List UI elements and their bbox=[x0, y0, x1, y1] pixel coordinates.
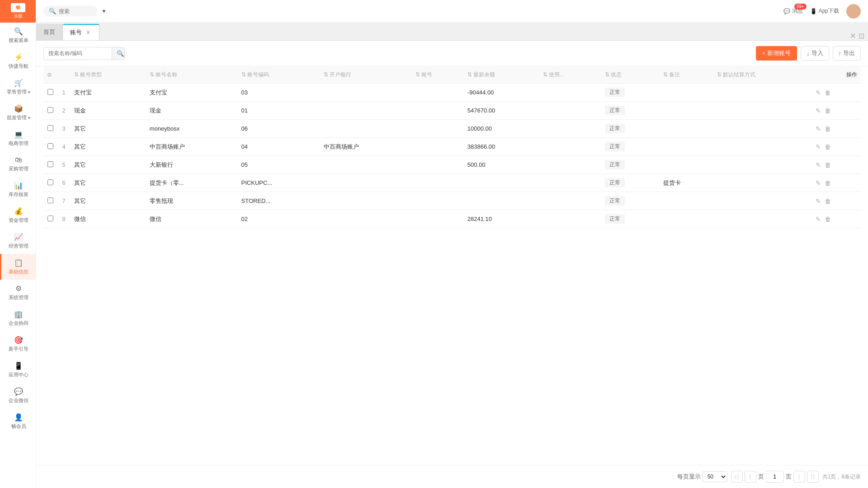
sidebar-item-system[interactable]: ⚙ 系统管理 bbox=[0, 280, 36, 305]
topbar-dropdown[interactable]: ▼ bbox=[101, 8, 107, 14]
status-badge: 正常 bbox=[605, 124, 625, 133]
page-size-select[interactable]: 50 100 200 bbox=[703, 471, 727, 482]
table-row: 3其它moneybosx0610000.00正常 ✎ 🗑 bbox=[43, 120, 861, 138]
import-button[interactable]: ↓ 导入 bbox=[801, 46, 829, 61]
sidebar-item-quick-nav[interactable]: ⚡ 快捷导航 bbox=[0, 48, 36, 74]
row-checkbox[interactable] bbox=[47, 125, 53, 131]
topbar-search-input[interactable] bbox=[59, 8, 90, 14]
cell-status: 正常 bbox=[601, 210, 660, 228]
sidebar-item-wholesale[interactable]: 📦 批发管理 ▾ bbox=[0, 100, 36, 126]
topbar-search-box[interactable]: 🔍 bbox=[43, 6, 98, 16]
sidebar-item-basic-info[interactable]: 📋 基础信息 bbox=[0, 254, 36, 280]
close-window-icon[interactable]: ✕ bbox=[850, 32, 856, 40]
delete-icon[interactable]: 🗑 bbox=[825, 179, 831, 187]
row-checkbox[interactable] bbox=[47, 107, 53, 113]
delete-icon[interactable]: 🗑 bbox=[825, 216, 831, 223]
delete-icon[interactable]: 🗑 bbox=[825, 197, 831, 205]
edit-icon[interactable]: ✎ bbox=[816, 216, 821, 223]
edit-icon[interactable]: ✎ bbox=[816, 197, 821, 205]
page-size-control: 每页显示 50 100 200 bbox=[677, 471, 727, 482]
col-header-status[interactable]: ⇅ 状态 bbox=[601, 66, 660, 84]
edit-icon[interactable]: ✎ bbox=[816, 161, 821, 169]
last-page-button[interactable]: ⟩⟩ bbox=[807, 471, 819, 483]
cell-code: 05 bbox=[238, 156, 321, 174]
col-header-usage[interactable]: ⇅ 使用... bbox=[539, 66, 601, 84]
col-header-type[interactable]: ⇅ 账号类型 bbox=[71, 66, 146, 84]
sidebar-item-inventory[interactable]: 📊 库存核算 bbox=[0, 177, 36, 202]
messages-button[interactable]: 💬 消息 99+ bbox=[783, 7, 803, 15]
maximize-window-icon[interactable]: ⊡ bbox=[859, 32, 864, 40]
row-checkbox[interactable] bbox=[47, 143, 53, 149]
delete-icon[interactable]: 🗑 bbox=[825, 89, 831, 96]
tab-account[interactable]: 账号✕ bbox=[63, 24, 99, 40]
tab-close-account[interactable]: ✕ bbox=[85, 29, 92, 36]
sidebar: 畅 乐版 🔍 搜索菜单 ⚡ 快捷导航 🛒 零售管理 ▾ 📦 批发管理 ▾ 💻 电… bbox=[0, 0, 36, 488]
col-header-code[interactable]: ⇅ 账号编码 bbox=[238, 66, 321, 84]
main-search-box[interactable]: 🔍 bbox=[43, 47, 125, 60]
row-checkbox[interactable] bbox=[47, 197, 53, 203]
next-page-button[interactable]: ⟩ bbox=[793, 471, 805, 483]
col-sort-type[interactable]: ⇅ 账号类型 bbox=[74, 71, 102, 78]
sidebar-item-finance[interactable]: 💰 资金管理 bbox=[0, 202, 36, 228]
edit-icon[interactable]: ✎ bbox=[816, 89, 821, 96]
delete-icon[interactable]: 🗑 bbox=[825, 143, 831, 150]
sidebar-item-member[interactable]: 👤 畅会员 bbox=[0, 408, 36, 434]
row-checkbox[interactable] bbox=[47, 161, 53, 167]
sidebar-item-app-center[interactable]: 📱 应用中心 bbox=[0, 357, 36, 383]
sidebar-item-ecommerce[interactable]: 💻 电商管理 bbox=[0, 126, 36, 151]
main-search-input[interactable] bbox=[44, 47, 112, 59]
export-button[interactable]: ↑ 导出 bbox=[833, 46, 861, 61]
sidebar-item-purchase[interactable]: 🛍 采购管理 bbox=[0, 151, 36, 177]
add-account-button[interactable]: + 新增账号 bbox=[756, 46, 797, 61]
col-sort-bank[interactable]: ⇅ 开户银行 bbox=[324, 71, 351, 78]
col-header-bank[interactable]: ⇅ 开户银行 bbox=[320, 66, 412, 84]
edit-icon[interactable]: ✎ bbox=[816, 107, 821, 114]
col-header-note[interactable]: ⇅ 备注 bbox=[660, 66, 713, 84]
row-checkbox[interactable] bbox=[47, 89, 53, 95]
col-sort-code[interactable]: ⇅ 账号编码 bbox=[241, 71, 269, 78]
sidebar-item-retail[interactable]: 🛒 零售管理 ▾ bbox=[0, 74, 36, 100]
cell-num: 3 bbox=[57, 120, 71, 138]
settings-icon[interactable]: ⚙ bbox=[47, 72, 52, 78]
delete-icon[interactable]: 🗑 bbox=[825, 107, 831, 114]
cell-usage bbox=[539, 156, 601, 174]
sidebar-item-guide[interactable]: 🎯 新手引导 bbox=[0, 331, 36, 357]
col-sort-name[interactable]: ⇅ 账号名称 bbox=[150, 71, 177, 78]
col-header-balance[interactable]: ⇅ 最新余额 bbox=[464, 66, 539, 84]
prev-page-button[interactable]: ⟨ bbox=[745, 471, 756, 483]
delete-icon[interactable]: 🗑 bbox=[825, 125, 831, 132]
sidebar-item-operation[interactable]: 📈 经营管理 bbox=[0, 228, 36, 254]
page-number-input[interactable] bbox=[766, 471, 784, 483]
cell-num: 8 bbox=[57, 210, 71, 228]
row-checkbox[interactable] bbox=[47, 179, 53, 185]
app-download-button[interactable]: 📱 App下载 bbox=[810, 7, 839, 15]
tab-bar: 首页账号✕ ✕ ⊡ bbox=[36, 23, 868, 41]
sidebar-item-wecom[interactable]: 💬 企业微信 bbox=[0, 383, 36, 408]
sidebar-item-search-menu[interactable]: 🔍 搜索菜单 bbox=[0, 23, 36, 48]
tab-home[interactable]: 首页 bbox=[36, 24, 63, 40]
status-badge: 正常 bbox=[605, 178, 625, 188]
sidebar-label-ecommerce: 电商管理 bbox=[9, 140, 28, 147]
col-sort-usage[interactable]: ⇅ 使用... bbox=[543, 71, 564, 78]
main-search-button[interactable]: 🔍 bbox=[112, 47, 125, 60]
edit-icon[interactable]: ✎ bbox=[816, 179, 821, 187]
col-sort-default_settle[interactable]: ⇅ 默认结算方式 bbox=[717, 71, 755, 78]
sidebar-item-enterprise[interactable]: 🏢 企业协同 bbox=[0, 305, 36, 331]
col-header-account[interactable]: ⇅ 账号 bbox=[412, 66, 464, 84]
col-header-name[interactable]: ⇅ 账号名称 bbox=[146, 66, 238, 84]
delete-icon[interactable]: 🗑 bbox=[825, 161, 831, 169]
first-page-button[interactable]: ⟨⟨ bbox=[731, 471, 743, 483]
row-checkbox[interactable] bbox=[47, 216, 53, 221]
col-header-default_settle[interactable]: ⇅ 默认结算方式 bbox=[713, 66, 812, 84]
col-sort-account[interactable]: ⇅ 账号 bbox=[415, 71, 432, 78]
table-row: 7其它零售抵现STORED...正常 ✎ 🗑 bbox=[43, 192, 861, 210]
status-badge: 正常 bbox=[605, 160, 625, 169]
sidebar-label-system: 系统管理 bbox=[9, 294, 28, 301]
col-sort-balance[interactable]: ⇅ 最新余额 bbox=[467, 71, 495, 78]
edit-icon[interactable]: ✎ bbox=[816, 143, 821, 150]
edit-icon[interactable]: ✎ bbox=[816, 125, 821, 132]
table-container: ⚙⇅ 账号类型⇅ 账号名称⇅ 账号编码⇅ 开户银行⇅ 账号⇅ 最新余额⇅ 使用.… bbox=[36, 66, 868, 465]
user-avatar[interactable] bbox=[846, 4, 861, 19]
col-sort-status[interactable]: ⇅ 状态 bbox=[605, 71, 622, 78]
col-sort-note[interactable]: ⇅ 备注 bbox=[663, 71, 680, 78]
